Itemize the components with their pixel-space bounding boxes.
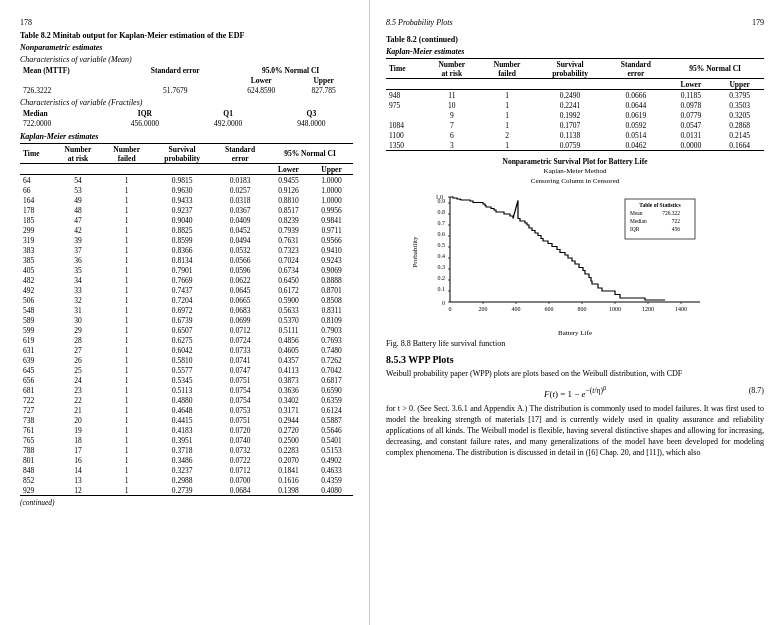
km-left-cell: 0.4415 <box>151 415 213 425</box>
km-left-cell: 0.8239 <box>267 215 310 225</box>
km-left-cell: 0.6124 <box>310 405 353 415</box>
svg-text:600: 600 <box>545 306 554 312</box>
km-right-cell: 0.0000 <box>666 140 715 151</box>
svg-text:456: 456 <box>672 226 681 232</box>
km-left-cell: 1 <box>102 195 151 205</box>
km-left-row: 3193910.85990.04940.76310.9566 <box>20 235 353 245</box>
km-left-cell: 0.6359 <box>310 395 353 405</box>
km-left-cell: 0.9566 <box>310 235 353 245</box>
km-right-row: 910.19920.06190.07790.3205 <box>386 110 764 120</box>
km-right-cell: 0.2868 <box>715 120 764 130</box>
km-left-cell: 0.9956 <box>310 205 353 215</box>
km-left-cell: 0.4183 <box>151 425 213 435</box>
km-right-cell: 0.1992 <box>535 110 606 120</box>
km-left-cell: 0.0532 <box>213 245 267 255</box>
km-left-cell: 0.8508 <box>310 295 353 305</box>
km2-col-ci: 95% Normal CI <box>666 59 764 79</box>
km-left-cell: 722 <box>20 395 54 405</box>
km-left-cell: 0.0712 <box>213 325 267 335</box>
km-left-row: 5893010.67390.06990.53700.8109 <box>20 315 353 325</box>
km-left-cell: 0.0733 <box>213 345 267 355</box>
km-left-cell: 0.5900 <box>267 295 310 305</box>
km-left-cell: 645 <box>20 365 54 375</box>
km-left-cell: 64 <box>20 175 54 186</box>
km-left-cell: 0.3237 <box>151 465 213 475</box>
km2-col-surv: Survivalprobability <box>535 59 606 79</box>
km-left-cell: 738 <box>20 415 54 425</box>
km-right-cell: 1 <box>479 110 534 120</box>
km-left-cell: 0.3171 <box>267 405 310 415</box>
km-left-cell: 1 <box>102 285 151 295</box>
km-left-row: 3853610.81340.05660.70240.9243 <box>20 255 353 265</box>
std-error-header: Standard error <box>122 65 228 75</box>
km-left-cell: 33 <box>54 285 103 295</box>
section-header-right: 8.5 Probability Plots <box>386 18 453 27</box>
km-right-cell: 0.1707 <box>535 120 606 130</box>
plot-subtitle2: Censoring Column in Censored <box>386 177 764 185</box>
km-table-right: Time Numberat risk Numberfailed Survival… <box>386 58 764 151</box>
km-left-cell: 599 <box>20 325 54 335</box>
km-right-cell: 3 <box>424 140 479 151</box>
km-right-cell: 975 <box>386 100 424 110</box>
km-left-cell: 37 <box>54 245 103 255</box>
km-left-cell: 0.5646 <box>310 425 353 435</box>
km-left-cell: 0.7631 <box>267 235 310 245</box>
km-left-cell: 0.4080 <box>310 485 353 496</box>
median-header: Median <box>20 108 103 118</box>
km-col-surv: Survivalprobability <box>151 144 213 164</box>
km-left-cell: 0.7042 <box>310 365 353 375</box>
km-left-cell: 53 <box>54 185 103 195</box>
km-left-cell: 0.9433 <box>151 195 213 205</box>
km-left-cell: 0.7903 <box>310 325 353 335</box>
km-left-cell: 0.9815 <box>151 175 213 186</box>
km-col-ci: 95% Normal CI <box>267 144 353 164</box>
km-left-cell: 385 <box>20 255 54 265</box>
km-left-cell: 0.5370 <box>267 315 310 325</box>
km-right-cell: 0.0644 <box>605 100 666 110</box>
km-left-cell: 1 <box>102 415 151 425</box>
km-left-cell: 0.6450 <box>267 275 310 285</box>
km-left-cell: 1 <box>102 465 151 475</box>
km-left-cell: 0.9841 <box>310 215 353 225</box>
km-left-cell: 0.7669 <box>151 275 213 285</box>
plot-x-label: Battery Life <box>386 329 764 337</box>
km-right-cell: 10 <box>424 100 479 110</box>
km-left-cell: 0.8311 <box>310 305 353 315</box>
km-left-cell: 0.5887 <box>310 415 353 425</box>
km-col-lower: Lower <box>267 164 310 175</box>
km-right-cell: 0.0131 <box>666 130 715 140</box>
km-left-cell: 589 <box>20 315 54 325</box>
km-left-cell: 0.8134 <box>151 255 213 265</box>
km-right-cell: 1 <box>479 120 534 130</box>
q3-header: Q3 <box>270 108 353 118</box>
km-right-cell: 0.0592 <box>605 120 666 130</box>
lower-header: Lower <box>228 75 294 85</box>
km-label: Kaplan-Meier estimates <box>20 132 353 141</box>
km-left-cell: 0.9040 <box>151 215 213 225</box>
km-left-cell: 383 <box>20 245 54 255</box>
km-right-cell: 0.1138 <box>535 130 606 140</box>
km-left-cell: 0.2070 <box>267 455 310 465</box>
km-left-cell: 0.4648 <box>151 405 213 415</box>
km-left-row: 7272110.46480.07530.31710.6124 <box>20 405 353 415</box>
km-right-cell: 0.0514 <box>605 130 666 140</box>
svg-text:Probability: Probability <box>411 236 419 268</box>
plot-title: Nonparametric Survival Plot for Battery … <box>386 157 764 166</box>
km-left-cell: 14 <box>54 465 103 475</box>
km-left-row: 6812310.51130.07540.36360.6590 <box>20 385 353 395</box>
km-left-cell: 1 <box>102 335 151 345</box>
km-left-cell: 19 <box>54 425 103 435</box>
km-left-cell: 0.0318 <box>213 195 267 205</box>
km-left-cell: 0.5633 <box>267 305 310 315</box>
svg-text:Table of Statistics: Table of Statistics <box>639 202 680 208</box>
km-left-cell: 492 <box>20 285 54 295</box>
km-left-cell: 0.7323 <box>267 245 310 255</box>
km-left-cell: 0.0367 <box>213 205 267 215</box>
svg-text:Mean: Mean <box>630 210 643 216</box>
km-left-cell: 35 <box>54 265 103 275</box>
km-left-cell: 1 <box>102 215 151 225</box>
km-left-cell: 1 <box>102 345 151 355</box>
km-left-cell: 1 <box>102 445 151 455</box>
km-left-row: 8521310.29880.07000.16160.4359 <box>20 475 353 485</box>
svg-text:1400: 1400 <box>675 306 687 312</box>
